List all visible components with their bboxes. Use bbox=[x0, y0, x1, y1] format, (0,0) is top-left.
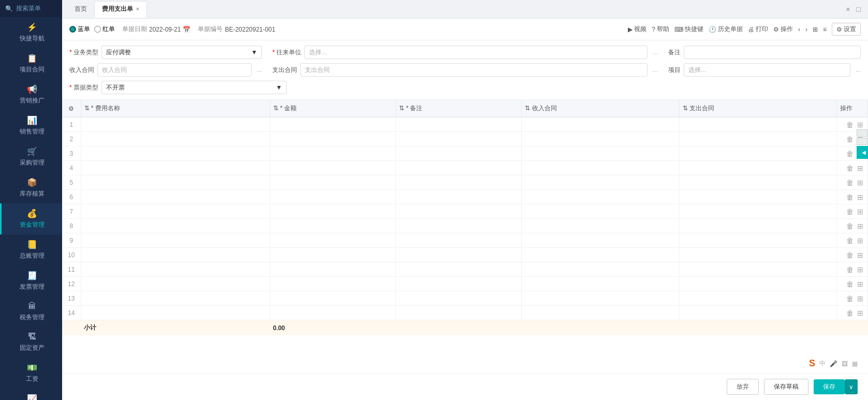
row-delete-12[interactable]: 🗑 bbox=[845, 279, 855, 289]
tab-home[interactable]: 首页 bbox=[67, 1, 94, 18]
row-note-10[interactable] bbox=[396, 248, 522, 262]
nav-prev[interactable]: ‹ bbox=[798, 26, 800, 33]
row-expense-10[interactable] bbox=[679, 248, 836, 262]
project-dots[interactable]: ... bbox=[856, 66, 861, 73]
sidebar-item-accounting[interactable]: 📒总账管理 bbox=[0, 234, 62, 265]
row-amount-10[interactable] bbox=[270, 248, 395, 262]
income-contract-select[interactable]: 收入合同 bbox=[97, 63, 252, 77]
sidebar-item-fixed-assets[interactable]: 🏗固定资产 bbox=[0, 327, 62, 358]
row-income-14[interactable] bbox=[522, 306, 679, 320]
sidebar-item-tax[interactable]: 🏛税务管理 bbox=[0, 297, 62, 327]
row-income-9[interactable] bbox=[522, 233, 679, 248]
sidebar-item-quick-nav[interactable]: ⚡快捷导航 bbox=[0, 17, 62, 48]
blue-radio-input[interactable] bbox=[69, 26, 76, 33]
row-amount-7[interactable] bbox=[270, 204, 395, 219]
row-delete-2[interactable]: 🗑 bbox=[845, 135, 855, 144]
row-amount-2[interactable] bbox=[270, 132, 395, 146]
row-name-6[interactable] bbox=[81, 190, 270, 204]
row-delete-11[interactable]: 🗑 bbox=[845, 265, 855, 274]
row-note-6[interactable] bbox=[396, 190, 522, 204]
row-name-11[interactable] bbox=[81, 262, 270, 277]
col-income[interactable]: ⇅ 收入合同 bbox=[522, 100, 679, 117]
row-copy-5[interactable]: ⊞ bbox=[856, 178, 864, 187]
view-list[interactable]: ≡ bbox=[823, 26, 827, 33]
sidebar-item-project-contract[interactable]: 📋项目合同 bbox=[0, 48, 62, 79]
row-delete-5[interactable]: 🗑 bbox=[845, 178, 855, 187]
row-expense-9[interactable] bbox=[679, 233, 836, 248]
row-name-9[interactable] bbox=[81, 233, 270, 248]
row-note-13[interactable] bbox=[396, 291, 522, 306]
sidebar-item-sales-promo[interactable]: 📢营销推广 bbox=[0, 79, 62, 110]
biz-type-select[interactable]: 应付调整 ▼ bbox=[101, 46, 262, 59]
row-note-3[interactable] bbox=[396, 146, 522, 161]
row-name-3[interactable] bbox=[81, 146, 270, 161]
expense-contract-dots[interactable]: ... bbox=[653, 66, 658, 73]
row-copy-12[interactable]: ⊞ bbox=[856, 279, 864, 289]
row-expense-5[interactable] bbox=[679, 175, 836, 190]
history-action[interactable]: 🕐 历史单据 bbox=[709, 25, 743, 34]
red-radio-input[interactable] bbox=[94, 26, 101, 33]
row-expense-13[interactable] bbox=[679, 291, 836, 306]
counterparty-select[interactable]: 选择... bbox=[304, 46, 647, 59]
tab-expense[interactable]: 费用支出单 × bbox=[94, 1, 147, 18]
row-amount-1[interactable] bbox=[270, 117, 395, 132]
sidebar-item-finance[interactable]: 💰资金管理 bbox=[0, 203, 62, 234]
row-income-1[interactable] bbox=[522, 117, 679, 132]
row-note-1[interactable] bbox=[396, 117, 522, 132]
row-note-9[interactable] bbox=[396, 233, 522, 248]
row-amount-9[interactable] bbox=[270, 233, 395, 248]
remark-input[interactable] bbox=[684, 46, 861, 59]
row-expense-1[interactable] bbox=[679, 117, 836, 132]
operations-action[interactable]: ⚙ 操作 bbox=[773, 25, 793, 34]
shortcut-action[interactable]: ⌨ 快捷键 bbox=[674, 25, 703, 34]
sidebar-item-purchase-mgmt[interactable]: 🛒采购管理 bbox=[0, 141, 62, 172]
row-income-4[interactable] bbox=[522, 161, 679, 175]
col-amount[interactable]: ⇅ * 金额 bbox=[270, 100, 395, 117]
row-copy-1[interactable]: ⊞ bbox=[856, 120, 864, 129]
row-name-8[interactable] bbox=[81, 219, 270, 233]
row-name-14[interactable] bbox=[81, 306, 270, 320]
row-name-4[interactable] bbox=[81, 161, 270, 175]
row-delete-7[interactable]: 🗑 bbox=[845, 207, 855, 216]
row-amount-8[interactable] bbox=[270, 219, 395, 233]
save-arrow-button[interactable]: ∨ bbox=[845, 379, 858, 394]
row-name-7[interactable] bbox=[81, 204, 270, 219]
row-expense-6[interactable] bbox=[679, 190, 836, 204]
row-copy-8[interactable]: ⊞ bbox=[856, 221, 864, 231]
row-copy-7[interactable]: ⊞ bbox=[856, 207, 864, 216]
print-action[interactable]: 🖨 打印 bbox=[748, 25, 768, 34]
row-income-13[interactable] bbox=[522, 291, 679, 306]
col-name[interactable]: ⇅ * 费用名称 bbox=[81, 100, 270, 117]
row-name-2[interactable] bbox=[81, 132, 270, 146]
red-radio[interactable]: 红单 bbox=[94, 25, 115, 34]
row-copy-9[interactable]: ⊞ bbox=[856, 236, 864, 245]
row-income-3[interactable] bbox=[522, 146, 679, 161]
row-amount-3[interactable] bbox=[270, 146, 395, 161]
video-action[interactable]: ▶ 视频 bbox=[628, 25, 646, 34]
row-note-8[interactable] bbox=[396, 219, 522, 233]
note-float-btn[interactable]: 注 bbox=[857, 138, 868, 145]
sidebar-item-sales-mgmt[interactable]: 📊销售管理 bbox=[0, 110, 62, 141]
row-copy-10[interactable]: ⊞ bbox=[856, 250, 864, 260]
income-contract-dots[interactable]: ... bbox=[257, 66, 262, 73]
row-delete-1[interactable]: 🗑 bbox=[845, 120, 855, 129]
view-grid[interactable]: ⊞ bbox=[813, 26, 818, 33]
sidebar-item-salary[interactable]: 💵工资 bbox=[0, 358, 62, 389]
sidebar-item-invoice[interactable]: 🧾发票管理 bbox=[0, 265, 62, 297]
row-amount-12[interactable] bbox=[270, 277, 395, 291]
row-expense-3[interactable] bbox=[679, 146, 836, 161]
row-delete-6[interactable]: 🗑 bbox=[845, 192, 855, 202]
discard-button[interactable]: 放弃 bbox=[727, 379, 759, 395]
row-expense-8[interactable] bbox=[679, 219, 836, 233]
row-copy-11[interactable]: ⊞ bbox=[856, 265, 864, 274]
row-amount-4[interactable] bbox=[270, 161, 395, 175]
row-delete-4[interactable]: 🗑 bbox=[845, 164, 855, 173]
row-note-5[interactable] bbox=[396, 175, 522, 190]
help-action[interactable]: ? 帮助 bbox=[652, 25, 669, 34]
row-name-10[interactable] bbox=[81, 248, 270, 262]
row-copy-6[interactable]: ⊞ bbox=[856, 192, 864, 202]
toggle-float-btn[interactable]: ◀ bbox=[857, 146, 868, 159]
row-amount-5[interactable] bbox=[270, 175, 395, 190]
row-expense-7[interactable] bbox=[679, 204, 836, 219]
row-expense-2[interactable] bbox=[679, 132, 836, 146]
